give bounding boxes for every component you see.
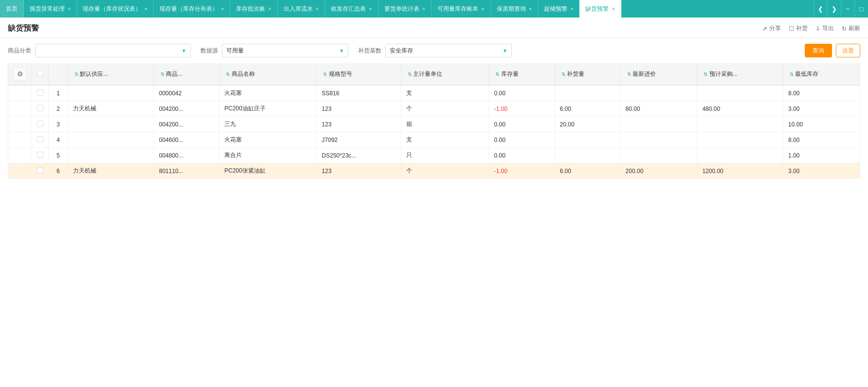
tab-minimize[interactable]: − — [841, 0, 854, 18]
tab-item-0[interactable]: 首页 — [0, 0, 24, 18]
tab-item-4[interactable]: 库存批次账× — [230, 0, 277, 18]
row-gear-2[interactable] — [8, 117, 32, 132]
sort-icon-replenish: ⇅ — [561, 71, 565, 77]
table-row: 6 力天机械 801110... PC200张紧油缸 123 个 -1.00 6… — [8, 163, 860, 179]
tab-close-7[interactable]: × — [422, 6, 425, 12]
tab-close-11[interactable]: × — [612, 6, 615, 12]
row-checkbox-5[interactable] — [32, 163, 49, 179]
row-supplier-0 — [68, 85, 154, 101]
row-cb-5[interactable] — [37, 167, 43, 174]
row-cb-1[interactable] — [37, 105, 43, 111]
tab-close-4[interactable]: × — [268, 6, 271, 12]
tab-item-7[interactable]: 要货单统计表× — [379, 0, 432, 18]
tab-scroll-left[interactable]: ❮ — [814, 0, 827, 18]
column-estimated-purchase[interactable]: ⇅ 预计采购... — [697, 63, 783, 85]
row-checkbox-2[interactable] — [32, 117, 49, 132]
column-min-stock[interactable]: ⇅ 最低库存 — [783, 63, 860, 85]
row-checkbox-4[interactable] — [32, 148, 49, 163]
column-name[interactable]: ⇅ 商品名称 — [219, 63, 317, 85]
refresh-button[interactable]: ↻ 刷新 — [842, 24, 860, 33]
row-cb-0[interactable] — [37, 89, 43, 96]
tab-close-6[interactable]: × — [369, 6, 372, 12]
row-spec-5: 123 — [317, 163, 401, 179]
filter-value-replenish-base: 安全库存 — [390, 47, 413, 55]
row-estimated-purchase-3 — [697, 132, 783, 148]
share-button[interactable]: ⇗ 分享 — [762, 24, 781, 33]
filter-select-category[interactable]: ▼ — [35, 44, 191, 57]
row-code-0: 0000042 — [154, 85, 219, 101]
export-button[interactable]: ⇩ 导出 — [815, 24, 834, 33]
tab-item-1[interactable]: 拣货异常处理× — [24, 0, 77, 18]
row-gear-3[interactable] — [8, 132, 32, 148]
column-code[interactable]: ⇅ 商品... — [154, 63, 219, 85]
column-replenish[interactable]: ⇅ 补货量 — [555, 63, 620, 85]
row-stock-2: 0.00 — [489, 117, 555, 132]
column-supplier[interactable]: ⇅ 默认供应... — [68, 63, 154, 85]
tab-item-5[interactable]: 出入库流水× — [278, 0, 325, 18]
row-num-2: 3 — [49, 117, 68, 132]
filter-group-replenish-base: 补货基数 安全库存 ▼ — [358, 44, 512, 57]
tab-scroll-right[interactable]: ❯ — [827, 0, 841, 18]
replenish-button[interactable]: ☐ 补货 — [789, 24, 808, 33]
filter-value-datasource: 可用量 — [226, 47, 244, 55]
row-latest-price-3 — [620, 132, 697, 148]
row-estimated-purchase-5: 1200.00 — [697, 163, 783, 179]
filter-select-datasource[interactable]: 可用量 ▼ — [222, 44, 348, 57]
sort-icon-estimated-purchase: ⇅ — [704, 71, 707, 77]
row-code-3: 004600... — [154, 132, 219, 148]
settings-button[interactable]: 设置 — [836, 44, 860, 57]
row-supplier-4 — [68, 148, 154, 163]
page-header: 缺货预警 ⇗ 分享 ☐ 补货 ⇩ 导出 ↻ 刷新 — [0, 18, 868, 38]
column-unit[interactable]: ⇅ 主计量单位 — [401, 63, 489, 85]
filter-select-replenish-base[interactable]: 安全库存 ▼ — [385, 44, 512, 57]
row-checkbox-0[interactable] — [32, 85, 49, 101]
tab-close-2[interactable]: × — [144, 6, 147, 12]
row-stock-4: 0.00 — [489, 148, 555, 163]
tab-item-3[interactable]: 现存量（库存分布表）× — [154, 0, 230, 18]
row-checkbox-1[interactable] — [32, 101, 49, 117]
column-latest-price[interactable]: ⇅ 最新进价 — [620, 63, 697, 85]
tab-item-9[interactable]: 保质期查询× — [491, 0, 538, 18]
tab-item-6[interactable]: 收发存汇总表× — [325, 0, 378, 18]
row-gear-0[interactable] — [8, 85, 32, 101]
tab-maximize[interactable]: □ — [854, 0, 868, 18]
row-spec-4: DS250*23c... — [317, 148, 401, 163]
filter-bar: 商品分类 ▼ 数据源 可用量 ▼ 补货基数 安全库存 ▼ 查询 设置 — [0, 38, 868, 63]
tab-close-8[interactable]: × — [481, 6, 484, 12]
tab-item-2[interactable]: 现存量（库存状况表）× — [77, 0, 153, 18]
query-button[interactable]: 查询 — [805, 44, 832, 57]
row-latest-price-4 — [620, 148, 697, 163]
row-gear-4[interactable] — [8, 148, 32, 163]
row-gear-1[interactable] — [8, 101, 32, 117]
filter-label-category: 商品分类 — [8, 47, 31, 55]
tab-item-10[interactable]: 超储预警× — [538, 0, 579, 18]
row-replenish-4 — [555, 148, 620, 163]
table-row: 2 力天机械 004200... PC200油缸庄子 123 个 -1.00 6… — [8, 101, 860, 117]
tab-close-3[interactable]: × — [221, 6, 224, 12]
refresh-icon: ↻ — [842, 25, 847, 32]
column-spec[interactable]: ⇅ 规格型号 — [317, 63, 401, 85]
tab-close-9[interactable]: × — [529, 6, 532, 12]
select-all-checkbox[interactable] — [37, 70, 43, 76]
page-title: 缺货预警 — [8, 23, 39, 34]
row-gear-5[interactable] — [8, 163, 32, 179]
row-checkbox-3[interactable] — [32, 132, 49, 148]
filter-arrow-replenish-base: ▼ — [503, 48, 507, 53]
tab-close-5[interactable]: × — [316, 6, 319, 12]
sort-icon-min-stock: ⇅ — [790, 71, 794, 77]
tab-close-10[interactable]: × — [570, 6, 573, 12]
row-cb-2[interactable] — [37, 121, 43, 127]
row-cb-3[interactable] — [37, 136, 43, 142]
column-gear[interactable]: ⚙ — [8, 63, 32, 85]
tab-item-11[interactable]: 缺货预警× — [579, 0, 621, 18]
row-latest-price-5: 200.00 — [620, 163, 697, 179]
table-settings-gear[interactable]: ⚙ — [13, 67, 27, 81]
table-row: 5 004800... 离合片 DS250*23c... 只 0.00 1.00 — [8, 148, 860, 163]
row-spec-3: J7092 — [317, 132, 401, 148]
row-stock-1: -1.00 — [489, 101, 555, 117]
column-stock[interactable]: ⇅ 库存量 — [489, 63, 555, 85]
tab-item-8[interactable]: 可用量库存账本× — [432, 0, 490, 18]
row-cb-4[interactable] — [37, 152, 43, 158]
tab-close-1[interactable]: × — [68, 6, 71, 12]
column-checkbox[interactable] — [32, 63, 49, 85]
